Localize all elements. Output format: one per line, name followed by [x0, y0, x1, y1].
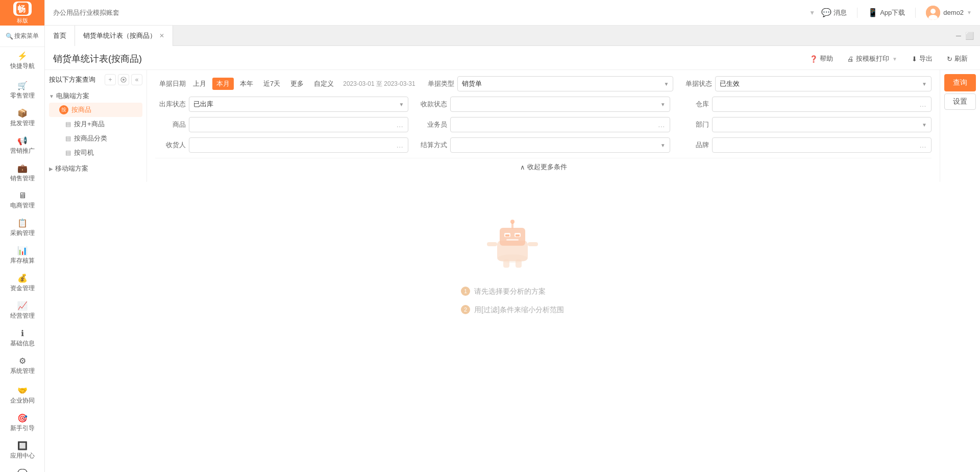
salesperson-dots-icon[interactable]: …	[658, 121, 666, 129]
date-btn-this-month[interactable]: 本月	[212, 78, 234, 90]
dept-chevron-icon: ▼	[922, 122, 927, 128]
scheme-add-button[interactable]: +	[105, 74, 116, 85]
settings-button[interactable]: 设置	[944, 93, 976, 110]
message-label: 消息	[834, 8, 847, 17]
date-btn-this-year[interactable]: 本年	[236, 78, 257, 90]
sidebar-item-purchase-label: 采购管理	[10, 229, 35, 238]
salesperson-filter-group: 业务员 …	[416, 117, 670, 132]
sidebar-item-retail[interactable]: 🛒 零售管理	[0, 77, 44, 104]
app-subtitle: 标版	[17, 17, 28, 25]
export-button[interactable]: ⬇ 导出	[908, 52, 937, 65]
receiver-dots-icon[interactable]: …	[396, 141, 404, 149]
date-btn-more[interactable]: 更多	[286, 78, 308, 90]
query-button[interactable]: 查询	[944, 74, 976, 91]
minimize-icon[interactable]: ─	[956, 32, 961, 40]
settlement-select[interactable]: ▼	[450, 137, 670, 153]
maximize-icon[interactable]: ⬜	[965, 32, 974, 40]
sidebar-item-retail-label: 零售管理	[10, 91, 35, 100]
scheme-item-by-driver-icon: ▤	[65, 149, 71, 156]
sidebar-item-operation[interactable]: 📈 经营管理	[0, 297, 44, 324]
tab-home[interactable]: 首页	[45, 26, 75, 46]
brand-label: 品牌	[678, 140, 709, 150]
goods-select[interactable]: …	[189, 117, 408, 132]
sidebar-item-basic[interactable]: ℹ 基础信息	[0, 324, 44, 352]
salesperson-select[interactable]: …	[450, 117, 670, 132]
scheme-item-by-driver[interactable]: ▤ 按司机	[49, 146, 142, 160]
quick-nav-icon: ⚡	[17, 51, 28, 61]
search-menu-button[interactable]: 🔍 搜索菜单	[2, 30, 42, 42]
sidebar-item-purchase[interactable]: 📋 采购管理	[0, 214, 44, 242]
sidebar-item-newbie[interactable]: 🎯 新手引导	[0, 409, 44, 437]
main-area: 办公用品行业模拟账套 ▼ 💬 消息 📱 App下载 demo2 ▼	[45, 0, 980, 472]
date-btn-last-month[interactable]: 上月	[189, 78, 210, 90]
scheme-edit-button[interactable]	[118, 74, 129, 85]
print-dropdown-icon: ▼	[892, 56, 897, 62]
warehouse-dots-icon[interactable]: …	[919, 100, 927, 108]
corp-wechat-icon: 💬	[17, 468, 28, 472]
out-status-select[interactable]: 已出库 ▼	[189, 97, 408, 112]
logo-area: 畅 标版	[0, 0, 44, 26]
message-button[interactable]: 💬 消息	[821, 8, 847, 17]
doc-status-chevron-icon: ▼	[922, 81, 927, 87]
sidebar-item-finance-label: 资金管理	[10, 284, 35, 293]
scheme-panel: 按以下方案查询 + « ▼ 电脑端方案	[45, 70, 147, 182]
refresh-button[interactable]: ↻ 刷新	[943, 52, 972, 65]
search-menu-label: 搜索菜单	[14, 32, 39, 40]
sidebar-item-quick-nav[interactable]: ⚡ 快捷导航	[0, 47, 44, 75]
tabbar: 首页 销货单统计表（按商品） ✕ ─ ⬜	[45, 26, 980, 46]
svg-rect-20	[516, 259, 522, 268]
help-button[interactable]: ❓ 帮助	[805, 52, 837, 65]
logo-icon: 畅	[13, 2, 32, 16]
retail-icon: 🛒	[17, 81, 28, 90]
sidebar-item-corp-wechat[interactable]: 💬 企业微信	[0, 464, 44, 472]
sidebar-item-app-center[interactable]: 🔲 应用中心	[0, 437, 44, 464]
tabbar-expand-button[interactable]: ─ ⬜	[950, 32, 980, 40]
scheme-item-by-goods-category[interactable]: ▤ 按商品分类	[49, 131, 142, 146]
scheme-item-by-goods[interactable]: 按 按商品	[49, 103, 142, 117]
brand-dots-icon[interactable]: …	[919, 141, 927, 149]
receiver-select[interactable]: …	[189, 137, 408, 153]
date-btn-custom[interactable]: 自定义	[310, 78, 338, 90]
doc-type-select[interactable]: 销货单 ▼	[457, 76, 674, 91]
right-filter-area: 单据日期 上月 本月 本年 近7天 更多 自定义 2023-03-01 至 20…	[147, 70, 940, 182]
sidebar-item-enterprise[interactable]: 🤝 企业协同	[0, 382, 44, 409]
tab-close-button[interactable]: ✕	[159, 32, 164, 39]
scheme-category-mobile[interactable]: ▶ 移动端方案	[49, 162, 142, 175]
refresh-icon: ↻	[947, 55, 952, 63]
doc-status-label: 单据状态	[681, 79, 712, 88]
print-button[interactable]: 🖨 按模板打印 ▼	[843, 52, 901, 65]
date-btn-7-days[interactable]: 近7天	[259, 78, 284, 90]
warehouse-select[interactable]: …	[712, 97, 932, 112]
app-download-button[interactable]: 📱 App下载	[868, 8, 905, 17]
scheme-category-pc[interactable]: ▼ 电脑端方案	[49, 89, 142, 103]
scheme-collapse-button[interactable]: «	[131, 74, 142, 85]
scheme-item-by-goods-category-label: 按商品分类	[74, 134, 107, 143]
dept-select[interactable]: ▼	[712, 117, 932, 132]
empty-step-2: 2 用[过滤]条件来缩小分析范围	[461, 302, 564, 317]
sidebar-item-basic-label: 基础信息	[10, 339, 35, 348]
scheme-tree: ▼ 电脑端方案 按 按商品 ▤ 按月+商品 ▤	[49, 89, 142, 175]
sidebar-item-quick-nav-label: 快捷导航	[10, 62, 35, 70]
industry-title: 办公用品行业模拟账套	[53, 8, 803, 17]
sidebar-item-finance[interactable]: 💰 资金管理	[0, 269, 44, 297]
collapse-chevron-icon: ∧	[520, 163, 525, 171]
scheme-item-by-month-goods[interactable]: ▤ 按月+商品	[49, 117, 142, 131]
doc-status-select[interactable]: 已生效 ▼	[715, 76, 932, 91]
user-area[interactable]: demo2 ▼	[926, 6, 972, 20]
sidebar-search-section: 🔍 搜索菜单	[0, 26, 44, 47]
sidebar-item-system[interactable]: ⚙ 系统管理	[0, 352, 44, 380]
sidebar-item-marketing-label: 营销推广	[10, 147, 35, 155]
collapse-button[interactable]: ∧ 收起更多条件	[520, 162, 567, 172]
sidebar-item-wholesale[interactable]: 📦 批发管理	[0, 104, 44, 132]
sidebar-item-inventory[interactable]: 📊 库存核算	[0, 242, 44, 269]
sidebar-item-ecommerce[interactable]: 🖥 电商管理	[0, 187, 44, 214]
date-filter-group: 单据日期 上月 本月 本年 近7天 更多 自定义 2023-03-01 至 20…	[155, 78, 415, 90]
wholesale-icon: 📦	[17, 108, 28, 118]
sidebar-item-marketing[interactable]: 📢 营销推广	[0, 132, 44, 159]
tab-sales-stats[interactable]: 销货单统计表（按商品） ✕	[75, 26, 173, 46]
industry-dropdown-arrow[interactable]: ▼	[809, 9, 815, 16]
receipt-status-select[interactable]: ▼	[450, 97, 670, 112]
goods-dots-icon[interactable]: …	[396, 121, 404, 129]
brand-select[interactable]: …	[712, 137, 932, 153]
sidebar-item-sales[interactable]: 💼 销售管理	[0, 159, 44, 187]
